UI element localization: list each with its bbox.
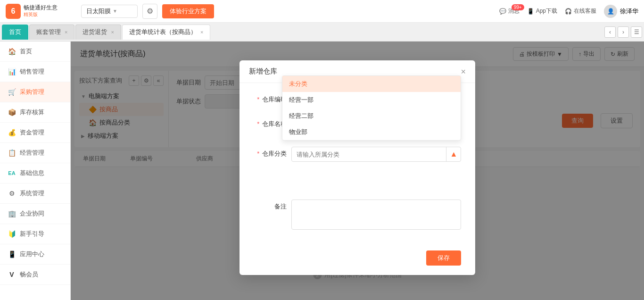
- classify-dropdown: 未分类 经营一部 经营二部 物业部: [282, 75, 461, 141]
- save-button[interactable]: 保存: [426, 250, 461, 266]
- classify-wrapper: ▲: [291, 147, 461, 162]
- sales-icon: 📊: [8, 67, 16, 76]
- logo-text-area: 畅捷通好生意 精英版: [24, 4, 58, 18]
- corp-icon: 🏢: [8, 209, 16, 218]
- sidebar-item-home[interactable]: 🏠 首页: [0, 42, 70, 62]
- sidebar-label-corp: 企业协同: [20, 209, 44, 218]
- tab-bar: 首页 账套管理 × 进货退货 × 进货单统计表（按商品） × ‹ › ☰: [0, 23, 644, 42]
- sidebar-item-sales[interactable]: 📊 销售管理: [0, 62, 70, 82]
- sidebar-label-basic: 基础信息: [20, 169, 44, 177]
- sidebar-item-finance[interactable]: 💰 资金管理: [0, 123, 70, 143]
- form-row-remark: 备注: [254, 200, 461, 230]
- logo-sub: 精英版: [24, 11, 58, 18]
- sidebar-label-vip: 畅会员: [20, 270, 38, 279]
- header-right: 💬 消息 99+ 📱 App下载 🎧 在线客服 👤 徐泽华: [499, 5, 638, 18]
- guide-icon: 🔰: [8, 230, 16, 238]
- dropdown-item-3[interactable]: 物业部: [282, 124, 461, 140]
- logo-text: 畅捷通好生意: [24, 4, 58, 12]
- user-name: 徐泽华: [620, 7, 638, 16]
- tab-accounts-label: 账套管理: [36, 28, 61, 36]
- tab-more-btn[interactable]: ☰: [631, 26, 642, 38]
- headset-icon: 🎧: [565, 8, 572, 15]
- sidebar-item-purchase[interactable]: 🛒 采购管理: [0, 82, 70, 102]
- tab-purchase-stat[interactable]: 进货单统计表（按商品） ×: [122, 25, 210, 40]
- sidebar-item-inventory[interactable]: 📦 库存核算: [0, 102, 70, 123]
- modal-close-btn[interactable]: ×: [461, 67, 466, 76]
- store-arrow-icon: ▼: [113, 8, 117, 14]
- gear-button[interactable]: ⚙: [142, 4, 157, 19]
- trial-button[interactable]: 体验行业方案: [162, 4, 214, 18]
- modal-footer: 保存: [239, 250, 475, 266]
- operation-icon: 📋: [8, 149, 16, 157]
- sidebar-item-guide[interactable]: 🔰 新手引导: [0, 224, 70, 244]
- service-item[interactable]: 🎧 在线客服: [565, 7, 596, 15]
- tab-accounts[interactable]: 账套管理 ×: [29, 25, 74, 40]
- tab-controls: ‹ › ☰: [604, 26, 642, 38]
- user-area[interactable]: 👤 徐泽华: [604, 5, 638, 18]
- sidebar-label-appstore: 应用中心: [20, 250, 44, 258]
- sidebar-label-operation: 经营管理: [20, 149, 44, 157]
- classify-toggle-btn[interactable]: ▲: [446, 147, 461, 162]
- message-icon-item[interactable]: 💬 消息 99+: [499, 7, 520, 15]
- sidebar-item-vip[interactable]: V 畅会员: [0, 265, 70, 285]
- purchase-icon: 🛒: [8, 88, 16, 96]
- sidebar-label-inventory: 库存核算: [20, 108, 44, 117]
- sidebar-item-basic[interactable]: EA 基础信息: [0, 163, 70, 183]
- sidebar-item-operation[interactable]: 📋 经营管理: [0, 143, 70, 163]
- tab-home[interactable]: 首页: [2, 25, 28, 40]
- modal-title: 新增仓库: [249, 67, 277, 76]
- modal-add-warehouse: 新增仓库 × * 仓库编码: [239, 60, 475, 275]
- avatar: 👤: [604, 5, 617, 18]
- tab-purchase-stat-label: 进货单统计表（按商品）: [129, 28, 197, 36]
- tab-purchase-return-label: 进货退货: [83, 28, 107, 36]
- top-header: 6 畅捷通好生意 精英版 日太阳膜 ▼ ⚙ 体验行业方案 💬 消息 99+ 📱 …: [0, 0, 644, 23]
- sidebar-label-home: 首页: [20, 47, 32, 56]
- message-badge: 99+: [512, 4, 524, 10]
- service-label: 在线客服: [574, 7, 596, 15]
- store-selector[interactable]: 日太阳膜 ▼: [81, 5, 138, 18]
- dropdown-item-1[interactable]: 经营一部: [282, 92, 461, 108]
- remark-label: 备注: [254, 200, 291, 211]
- modal-overlay[interactable]: 新增仓库 × * 仓库编码: [71, 42, 644, 300]
- inventory-icon: 📦: [8, 108, 16, 117]
- tab-purchase-stat-close[interactable]: ×: [200, 29, 203, 35]
- sidebar: 🏠 首页 📊 销售管理 🛒 采购管理 📦 库存核算 💰 资金管理 📋 经营管理 …: [0, 42, 71, 300]
- dropdown-item-2[interactable]: 经营二部: [282, 108, 461, 124]
- sidebar-label-finance: 资金管理: [20, 128, 44, 137]
- remark-input[interactable]: [291, 200, 461, 230]
- store-name: 日太阳膜: [86, 7, 111, 16]
- finance-icon: 💰: [8, 128, 16, 137]
- home-icon: 🏠: [8, 47, 16, 56]
- main-layout: 🏠 首页 📊 销售管理 🛒 采购管理 📦 库存核算 💰 资金管理 📋 经营管理 …: [0, 42, 644, 300]
- basic-icon: EA: [8, 169, 16, 177]
- message-icon: 💬: [499, 8, 506, 15]
- sidebar-label-sales: 销售管理: [20, 67, 44, 76]
- tab-purchase-return-close[interactable]: ×: [111, 29, 114, 35]
- tab-prev-btn[interactable]: ‹: [604, 26, 616, 38]
- appstore-icon: 📱: [8, 250, 16, 258]
- sidebar-label-guide: 新手引导: [20, 230, 44, 238]
- classify-label: * 仓库分类: [254, 147, 291, 158]
- sidebar-label-purchase: 采购管理: [20, 88, 44, 96]
- sidebar-item-system[interactable]: ⚙ 系统管理: [0, 183, 70, 204]
- app-label: App下载: [536, 7, 557, 15]
- app-download-item[interactable]: 📱 App下载: [527, 7, 557, 15]
- tab-accounts-close[interactable]: ×: [65, 29, 67, 35]
- vip-icon: V: [8, 270, 16, 279]
- logo-icon: 6: [6, 4, 21, 19]
- sidebar-item-corp[interactable]: 🏢 企业协同: [0, 204, 70, 224]
- sidebar-item-appstore[interactable]: 📱 应用中心: [0, 244, 70, 265]
- tab-home-label: 首页: [9, 28, 21, 36]
- form-row-classify: * 仓库分类 ▲: [254, 147, 461, 162]
- app-icon: 📱: [527, 8, 534, 15]
- logo-area: 6 畅捷通好生意 精英版: [6, 4, 76, 19]
- content-area: 进货单统计(按商品) 🖨 按模板打印 ▼ ↑ 导出 ↻ 刷新: [71, 42, 644, 300]
- classify-input[interactable]: [291, 147, 461, 162]
- dropdown-item-0[interactable]: 未分类: [282, 76, 461, 92]
- tab-purchase-return[interactable]: 进货退货 ×: [75, 25, 121, 40]
- system-icon: ⚙: [8, 189, 16, 198]
- tab-next-btn[interactable]: ›: [618, 26, 629, 38]
- modal-body: * 仓库编码 * 仓库名称: [239, 83, 475, 247]
- sidebar-label-system: 系统管理: [20, 189, 44, 198]
